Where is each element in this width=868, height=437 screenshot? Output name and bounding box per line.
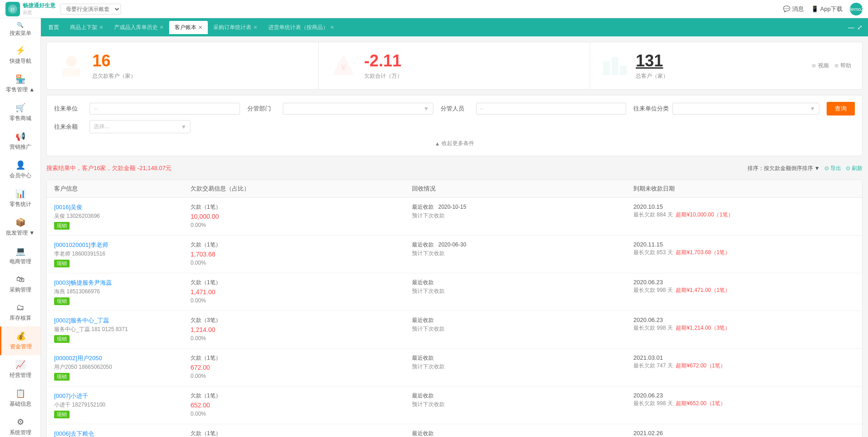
export-btn[interactable]: ⊙ 导出 <box>824 165 841 172</box>
overdue-amount-0003[interactable]: 超期¥1,471.00（1笔） <box>676 287 730 293</box>
sidebar-item-system[interactable]: ⚙ 系统管理 <box>0 412 40 437</box>
debt-count-0002: 欠款（3笔） <box>191 316 412 324</box>
balance-input[interactable]: 选择... ▼ <box>90 120 191 133</box>
message-btn[interactable]: 💬 消息 <box>783 5 804 13</box>
unit-category-input[interactable]: ▼ <box>672 103 819 115</box>
company-selector[interactable]: 母婴行业演示账套 <box>60 4 121 15</box>
query-button[interactable]: 查询 <box>827 102 855 116</box>
sidebar-item-retail-stats[interactable]: 📊 零售统计 <box>0 184 40 213</box>
customer-sub-0002: 服务中心_丁蕊 181 0125 8371 <box>54 326 191 333</box>
debt-percent-000002: 0.00% <box>191 373 412 379</box>
search-icon: 🔍 <box>17 22 24 28</box>
debt-amount-0002: 1,214.00 <box>191 326 412 333</box>
user-menu-btn[interactable]: demo2 <box>850 3 863 15</box>
sidebar-item-batch-mgmt[interactable]: 📦 批发管理 ▼ <box>0 213 40 241</box>
tab-production-close[interactable]: ✕ <box>160 25 164 30</box>
customer-tag-00010200001: 现销 <box>54 260 70 267</box>
from-unit-input[interactable]: ··· <box>90 103 240 115</box>
svg-point-2 <box>66 56 77 67</box>
overdue-0002: 2020.06.23 最长欠款 998 天 超期¥1,214.00（3笔） <box>633 316 855 332</box>
system-label: 系统管理 <box>10 429 31 437</box>
tab-home[interactable]: 首页 <box>43 21 65 34</box>
refresh-icon: ⊙ <box>846 165 850 171</box>
tab-purchase-order-close[interactable]: ✕ <box>253 25 257 30</box>
debt-amount-00010200001: 1,703.68 <box>191 251 412 258</box>
sidebar-item-base[interactable]: 📋 基础信息 <box>0 384 40 412</box>
export-label: 导出 <box>830 165 841 172</box>
debt-info-0016: 欠款（1笔） 10,000.00 0.00% <box>191 203 412 228</box>
dept-input[interactable]: ▼ <box>283 103 433 115</box>
video-btn[interactable]: ⊙ 视频 <box>812 62 828 70</box>
tab-customer-account[interactable]: 客户账本 ✕ <box>169 21 208 34</box>
overdue-days-0007: 最长欠款 998 天 超期¥652.00（1笔） <box>633 400 855 407</box>
overdue-amount-0002[interactable]: 超期¥1,214.00（3笔） <box>676 325 730 331</box>
balance-arrow: ▼ <box>181 124 186 130</box>
overdue-amount-0016[interactable]: 超期¥10,000.00（1笔） <box>676 211 733 218</box>
overdue-amount-000002[interactable]: 超期¥672.00（1笔） <box>676 362 726 369</box>
customer-link-0003[interactable]: [0003]畅捷服务尹海蕊 <box>54 279 112 286</box>
recovery-00010200001: 最近收款 2020-06-30 预计下次收款 <box>412 241 633 257</box>
top-right-area: 💬 消息 📱 App下载 demo2 <box>783 3 863 15</box>
sidebar-item-retail-mgmt[interactable]: 🏪 零售管理 ▲ <box>0 70 40 98</box>
customer-info-0002: [0002]服务中心_丁蕊 服务中心_丁蕊 181 0125 8371 现销 <box>54 316 191 343</box>
overdue-0007: 2020.06.23 最长欠款 998 天 超期¥652.00（1笔） <box>633 392 855 407</box>
quick-nav-icon: ⚡ <box>15 45 25 55</box>
inventory-label: 库存核算 <box>10 314 31 322</box>
sidebar-item-member[interactable]: 👤 会员中心 <box>0 156 40 184</box>
filter-row-1: 往来单位 ··· 分管部门 ▼ <box>54 102 855 116</box>
sidebar-item-inventory[interactable]: 🗂 库存核算 <box>0 298 40 326</box>
tab-customer-account-close[interactable]: ✕ <box>198 25 202 30</box>
sidebar-item-marketing[interactable]: 📢 营销推广 <box>0 127 40 156</box>
manager-label: 分管人员 <box>441 105 472 113</box>
manager-input[interactable]: ··· <box>476 103 627 115</box>
tab-goods-stats-close[interactable]: ✕ <box>330 25 334 30</box>
debt-count-0006: 欠款（1笔） <box>191 430 412 437</box>
help-btn[interactable]: ⊙ 帮助 <box>834 62 851 70</box>
debt-total-value: -2.11 <box>364 51 402 70</box>
overdue-date-0006: 2021.02.26 <box>633 430 855 437</box>
sidebar-item-retail-mall[interactable]: 🛒 零售商城 <box>0 98 40 127</box>
tab-goods-stats[interactable]: 进货单统计表（按商品） ✕ <box>263 21 340 34</box>
tab-production[interactable]: 产成品入库单历史 ✕ <box>109 21 169 34</box>
recovery-date-00010200001: 最近收款 2020-06-30 <box>412 241 633 249</box>
tab-minimize-icon[interactable]: — <box>848 24 854 31</box>
customer-link-0007[interactable]: [0007]小进千 <box>54 392 88 399</box>
tab-products[interactable]: 商品上下架 ✕ <box>65 21 109 34</box>
overdue-amount-0007[interactable]: 超期¥652.00（1笔） <box>676 400 726 407</box>
debt-customers-value: 16 <box>92 51 136 70</box>
debt-count-000002: 欠款（1笔） <box>191 354 412 362</box>
sidebar-item-ops[interactable]: 📈 经营管理 <box>0 355 40 384</box>
sidebar-item-finance[interactable]: 💰 资金管理 <box>0 326 40 355</box>
sidebar-item-ecommerce[interactable]: 💻 电商管理 <box>0 241 40 270</box>
stat-card-debt-customers: 16 总欠款客户（家） <box>47 42 319 89</box>
tab-purchase-order[interactable]: 采购订单统计表 ✕ <box>208 21 263 34</box>
debt-info-0002: 欠款（3笔） 1,214.00 0.00% <box>191 316 412 342</box>
customer-link-00010200001[interactable]: [0001020001]李老师 <box>54 241 108 248</box>
sidebar-item-purchase[interactable]: 🛍 采购管理 <box>0 270 40 298</box>
overdue-amount-00010200001[interactable]: 超期¥1,703.68（1笔） <box>676 249 730 256</box>
recovery-0006: 最近收款 预计下次收款 <box>412 430 633 437</box>
tab-products-close[interactable]: ✕ <box>99 25 103 30</box>
app-download-btn[interactable]: 📱 App下载 <box>811 5 843 13</box>
ops-label: 经营管理 <box>10 372 31 379</box>
search-menu-btn[interactable]: 🔍 搜索菜单 <box>0 18 40 41</box>
stat-card-debt-total: ¥ -2.11 欠款合计（万） <box>319 42 591 89</box>
debt-percent-0016: 0.00% <box>191 222 412 228</box>
retail-stats-label: 零售统计 <box>10 201 31 208</box>
customer-link-000002[interactable]: [000002]用户2050 <box>54 355 102 362</box>
customer-link-0016[interactable]: [0016]吴俊 <box>54 204 82 211</box>
collapse-btn[interactable]: ▲ 收起更多条件 <box>435 140 474 147</box>
refresh-btn[interactable]: ⊙ 刷新 <box>846 165 863 172</box>
sidebar-item-quick-nav[interactable]: ⚡ 快捷导航 <box>0 41 40 70</box>
sort-btn[interactable]: 排序：按欠款金额倒序排序 ▼ <box>748 165 820 172</box>
sidebar: 🔍 搜索菜单 ⚡ 快捷导航 🏪 零售管理 ▲ 🛒 零售商城 📢 营销推广 👤 <box>0 18 41 437</box>
tab-expand-icon[interactable]: ⤢ <box>857 24 863 31</box>
customer-link-0006[interactable]: [0006]去下粮仓 <box>54 430 94 437</box>
customer-link-0002[interactable]: [0002]服务中心_丁蕊 <box>54 317 109 324</box>
recovery-next-000002: 预计下次收款 <box>412 363 633 371</box>
logo-area: 好 畅捷通好生意 示范 <box>5 2 55 16</box>
page-content: 16 总欠款客户（家） ¥ -2.11 欠 <box>41 36 868 437</box>
overdue-0006: 2021.02.26 最长欠款 750 天 超期¥455.90（1笔） <box>633 430 855 437</box>
debt-total-icon: ¥ <box>330 52 357 80</box>
search-menu-label: 搜索菜单 <box>10 30 31 37</box>
